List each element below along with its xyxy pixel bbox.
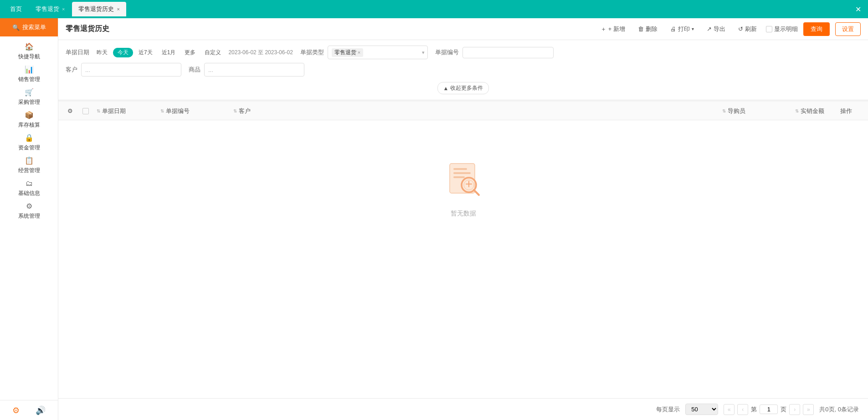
1month-btn[interactable]: 近1月 [158,48,180,57]
sidebar-item-purchase[interactable]: 🛒 采购管理 [0,86,58,108]
top-bar-right: ✕ [852,3,864,15]
tab-return-close[interactable]: × [62,6,65,12]
chart-icon: 📊 [25,65,34,74]
tab-home-label: 首页 [10,5,22,13]
sidebar-item-inventory-label: 库存核算 [18,121,40,129]
sidebar-item-quick-nav[interactable]: 🏠 快捷导航 [0,40,58,63]
custom-btn[interactable]: 自定义 [201,48,225,57]
sort-up-icon5: ⇅ [795,108,799,113]
per-page-select[interactable]: 20 50 100 [685,404,718,415]
collapse-filter-button[interactable]: ▲ 收起更多条件 [437,82,489,94]
th-guide-label: 导购员 [728,107,745,115]
delete-button[interactable]: 🗑 删除 [634,23,661,35]
last-page-btn[interactable]: » [803,404,814,415]
print-label: 打印 [678,25,690,33]
pagination-nav: « ‹ 第 页 › » [724,404,814,415]
window-close-button[interactable]: ✕ [852,3,864,15]
svg-rect-2 [453,172,471,174]
bill-date-label: 单据日期 [66,48,89,56]
sidebar-item-inventory[interactable]: 📦 库存核算 [0,108,58,131]
new-button[interactable]: ＋ + 新增 [597,23,629,35]
sidebar-item-base-info[interactable]: 🗂 基础信息 [0,177,58,200]
prev-page-btn[interactable]: ‹ [737,404,748,415]
customer-placeholder: ... [85,67,90,73]
volume-icon[interactable]: 🔊 [36,405,46,415]
bill-type-arrow-icon: ▾ [422,50,425,56]
table-footer: 每页显示 20 50 100 « ‹ 第 页 › » 共0页, 0条记录 [58,398,868,420]
tab-return-label: 零售退货 [36,5,59,13]
customer-label: 客户 [66,66,77,74]
sidebar-item-purchase-label: 采购管理 [18,98,40,106]
th-date-label: 单据日期 [102,107,126,115]
goods-select[interactable]: ... [204,63,304,77]
goods-filter-item: 商品 ... [189,63,304,77]
tab-bar: 首页 零售退货 × 零售退货历史 × [4,2,852,16]
sidebar-item-sales[interactable]: 📊 销售管理 [0,63,58,86]
page-input[interactable] [760,405,778,414]
sidebar-item-system[interactable]: ⚙ 系统管理 [0,200,58,222]
print-button[interactable]: 🖨 打印 ▾ [667,23,698,35]
sidebar-item-system-label: 系统管理 [18,212,40,220]
settings-bottom-icon[interactable]: ⚙ [12,405,20,415]
table-header: ⚙ ⇅ 单据日期 ⇅ 单据编号 ⇅ 客户 ⇅ [58,102,868,120]
total-info: 共0页, 0条记录 [819,405,859,414]
refresh-button[interactable]: ↺ 刷新 [734,23,760,35]
th-date[interactable]: ⇅ 单据日期 [93,107,157,115]
print-icon: 🖨 [670,26,676,32]
tab-return-history[interactable]: 零售退货历史 × [72,2,126,16]
th-settings[interactable]: ⚙ [62,108,78,114]
per-page-label: 每页显示 [656,405,680,414]
sidebar: 🔍 搜索菜单 🏠 快捷导航 📊 销售管理 🛒 采购管理 📦 库存核算 🔒 [0,18,58,420]
sort-up-icon: ⇅ [97,108,100,113]
filter-row-2: 客户 ... 商品 ... [66,63,861,77]
sidebar-search-button[interactable]: 🔍 搜索菜单 [0,18,58,36]
export-button[interactable]: ↗ 导出 [703,23,729,35]
first-page-btn[interactable]: « [724,404,734,415]
tab-return[interactable]: 零售退货 × [29,2,71,16]
sidebar-item-base-info-label: 基础信息 [18,190,40,197]
sort-up-icon2: ⇅ [160,108,164,113]
top-bar: 首页 零售退货 × 零售退货历史 × ✕ [0,0,868,18]
7days-btn[interactable]: 近7天 [135,48,156,57]
bill-type-tag-close[interactable]: × [358,50,360,55]
customer-select[interactable]: ... [81,63,181,77]
date-filter-item: 单据日期 昨天 今天 近7天 近1月 更多 自定义 2023-06-02 至 2… [66,48,293,57]
home-icon: 🏠 [25,42,34,51]
export-label: 导出 [714,25,725,33]
th-checkbox[interactable] [78,108,93,114]
sidebar-item-finance[interactable]: 🔒 资金管理 [0,131,58,154]
show-detail-checkbox[interactable] [766,26,772,32]
empty-state: 暂无数据 [58,120,868,254]
th-guide[interactable]: ⇅ 导购员 [719,107,773,115]
bill-type-select[interactable]: 零售退货 × ▾ [328,46,428,59]
yesterday-btn[interactable]: 昨天 [93,48,111,57]
th-customer[interactable]: ⇅ 客户 [230,107,719,115]
today-btn[interactable]: 今天 [113,48,133,57]
setting-button[interactable]: 设置 [835,22,861,36]
th-customer-label: 客户 [239,107,251,115]
database-icon: 🗂 [26,179,33,188]
tab-return-history-close[interactable]: × [117,6,119,12]
th-amount[interactable]: ⇅ 实销金额 [773,107,828,115]
query-button[interactable]: 查询 [803,22,830,36]
more-btn[interactable]: 更多 [181,48,199,57]
select-all-checkbox[interactable] [82,108,89,114]
bill-type-tag: 零售退货 × [332,48,363,57]
cart-icon: 🛒 [25,88,34,97]
show-detail-label-text: 显示明细 [774,25,798,33]
svg-rect-1 [453,168,467,170]
next-page-btn[interactable]: › [789,404,800,415]
bill-no-input[interactable] [462,47,554,58]
column-settings-icon[interactable]: ⚙ [67,108,73,114]
th-billno[interactable]: ⇅ 单据编号 [157,107,230,115]
tab-home[interactable]: 首页 [4,2,28,16]
sidebar-bottom: ⚙ 🔊 [0,400,58,420]
show-detail-toggle[interactable]: 显示明细 [766,25,798,33]
empty-icon [441,157,486,202]
th-action: 操作 [828,107,864,115]
goods-placeholder: ... [208,67,213,73]
sidebar-item-operations[interactable]: 📋 经营管理 [0,154,58,177]
filter-row-1: 单据日期 昨天 今天 近7天 近1月 更多 自定义 2023-06-02 至 2… [66,46,861,59]
sort-up-icon3: ⇅ [233,108,237,113]
sidebar-item-quick-nav-label: 快捷导航 [18,53,40,61]
